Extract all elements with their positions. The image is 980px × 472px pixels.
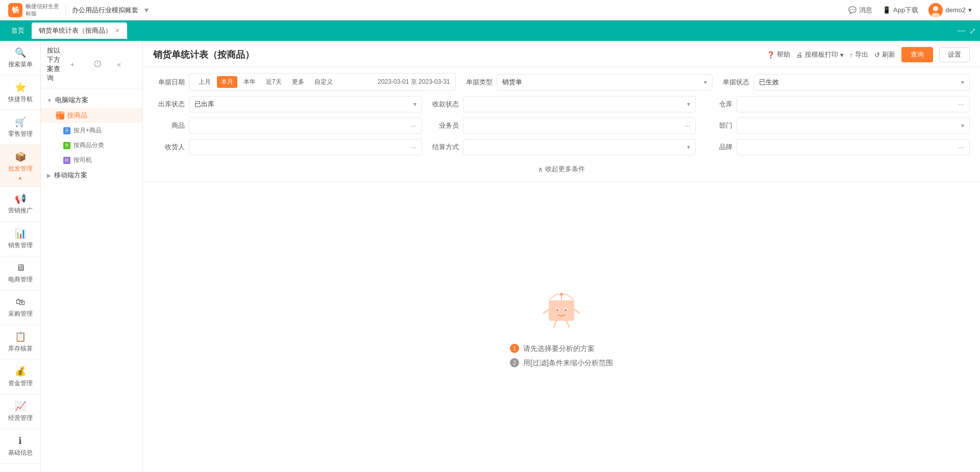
tab-close-icon[interactable]: ✕ <box>115 27 120 34</box>
date-btn-7days[interactable]: 近7天 <box>262 76 286 88</box>
tree-item-by-category[interactable]: 类 按商品分类 <box>41 138 142 153</box>
help-icon: ❓ <box>767 51 775 59</box>
right-content: 销货单统计表（按商品） ❓ 帮助 🖨 按模板打印 ▾ ↑ 导出 <box>143 41 980 472</box>
query-button[interactable]: 查询 <box>901 47 933 62</box>
sidebar-item-marketing[interactable]: 📢 营销推广 <box>0 187 40 222</box>
receipt-chevron-icon: ▾ <box>687 101 690 108</box>
search-icon: 🔍 <box>15 47 26 58</box>
tree-arrow-mobile: ▶ <box>47 173 51 178</box>
print-button[interactable]: 🖨 按模板打印 ▾ <box>796 50 844 59</box>
staff-filter-control[interactable]: ··· <box>463 117 696 134</box>
goods-dots-icon[interactable]: ··· <box>410 122 416 130</box>
tree-group-pc-header[interactable]: ▼ 电脑端方案 <box>41 92 142 108</box>
page-header: 销货单统计表（按商品） ❓ 帮助 🖨 按模板打印 ▾ ↑ 导出 <box>143 41 980 67</box>
warehouse-filter-control[interactable]: ··· <box>737 96 970 112</box>
stock-filter-field: 出库状态 已出库 ▾ <box>153 96 422 112</box>
tree-group-mobile: ▶ 移动端方案 <box>41 168 142 183</box>
date-btn-year[interactable]: 本年 <box>239 76 260 88</box>
date-btn-prev-month[interactable]: 上月 <box>194 76 215 88</box>
sidebar-item-operations[interactable]: 📈 经营管理 <box>0 394 40 429</box>
sidebar-item-retail[interactable]: 🛒 零售管理 <box>0 110 40 145</box>
status-filter-field: 单据状态 已生效 ▾ <box>718 74 970 90</box>
collapse-arrow-icon: ∧ <box>538 166 543 173</box>
warehouse-dots-icon[interactable]: ··· <box>958 100 964 108</box>
status-filter-control[interactable]: 已生效 ▾ <box>753 74 970 90</box>
tab-sales-stats[interactable]: 销货单统计表（按商品） ✕ <box>32 22 127 39</box>
receipt-filter-control[interactable]: ▾ <box>463 96 696 112</box>
marketing-icon: 📢 <box>15 193 26 204</box>
date-filter-control[interactable]: 上月 本月 本年 近7天 更多 自定义 2023-03-01 至 2023-03… <box>189 73 456 91</box>
date-range-text: 2023-03-01 至 2023-03-31 <box>378 78 450 86</box>
payment-filter-control[interactable]: ▾ <box>463 139 696 155</box>
sidebar-item-finance[interactable]: 💰 资金管理 <box>0 360 40 394</box>
add-scheme-button[interactable]: + <box>70 60 90 68</box>
app-icon: 📱 <box>883 6 891 14</box>
brand-dots-icon[interactable]: ··· <box>958 143 964 151</box>
purchase-icon: 🛍 <box>16 297 25 308</box>
sidebar-item-system[interactable]: ⚙ 系统管理 <box>0 464 40 472</box>
tree-group-mobile-header[interactable]: ▶ 移动端方案 <box>41 168 142 183</box>
page-title: 销货单统计表（按商品） <box>153 49 254 61</box>
sidebar-item-wholesale[interactable]: 📦 批发管理 ▲ <box>0 145 40 187</box>
info-icon: ℹ <box>18 435 22 446</box>
date-btn-custom[interactable]: 自定义 <box>310 76 337 88</box>
export-icon: ↑ <box>850 51 853 59</box>
svg-point-10 <box>565 309 567 311</box>
minimize-icon[interactable]: — <box>957 26 965 35</box>
help-button[interactable]: ❓ 帮助 <box>767 50 790 59</box>
refresh-icon: ↺ <box>874 51 880 59</box>
collapse-panel-button[interactable]: « <box>117 60 136 68</box>
date-label: 单据日期 <box>153 78 189 87</box>
stock-label: 出库状态 <box>153 100 189 109</box>
tree-group-pc: ▼ 电脑端方案 按商品 按商品 月 按月+商品 类 按商品分类 <box>41 92 142 168</box>
sidebar-item-purchase[interactable]: 🛍 采购管理 <box>0 291 40 325</box>
payment-filter-field: 结算方式 ▾ <box>427 139 696 155</box>
warehouse-label: 仓库 <box>701 100 737 109</box>
dept-filter-control[interactable]: ▾ <box>737 117 970 134</box>
topbar-left: 畅 畅捷信好生意 标版 办公用品行业模拟账套 ▾ <box>8 3 149 17</box>
tree-item-by-month-goods[interactable]: 月 按月+商品 <box>41 123 142 138</box>
sidebar-item-search[interactable]: 🔍 搜索菜单 <box>0 41 40 76</box>
receiver-filter-control[interactable]: ··· <box>189 139 422 155</box>
settings-button[interactable]: 设置 <box>939 47 970 62</box>
tree-item-by-goods[interactable]: 按商品 按商品 <box>41 108 142 123</box>
sidebar-item-ecommerce[interactable]: 🖥 电商管理 <box>0 256 40 291</box>
by-month-icon: 月 <box>63 127 70 134</box>
sidebar-item-basic-info[interactable]: ℹ 基础信息 <box>0 429 40 464</box>
message-button[interactable]: 💬 消息 <box>848 6 872 15</box>
status-chevron-icon: ▾ <box>961 79 964 86</box>
collapse-filters-button[interactable]: ∧ 收起更多条件 <box>153 160 970 176</box>
operations-icon: 📈 <box>15 400 26 412</box>
goods-filter-control[interactable]: ··· <box>189 117 422 134</box>
export-button[interactable]: ↑ 导出 <box>850 50 869 59</box>
receipt-label: 收款状态 <box>427 100 463 109</box>
sales-icon: 📊 <box>15 228 26 239</box>
stock-filter-control[interactable]: 已出库 ▾ <box>189 96 422 112</box>
user-menu[interactable]: demo2 ▾ <box>928 3 972 17</box>
staff-dots-icon[interactable]: ··· <box>684 122 691 130</box>
tab-home[interactable]: 首页 <box>4 22 32 39</box>
edit-scheme-button[interactable] <box>94 60 113 69</box>
sidebar-item-inventory[interactable]: 📋 库存核算 <box>0 325 40 360</box>
print-dropdown-icon[interactable]: ▾ <box>840 51 844 59</box>
tree-item-by-driver[interactable]: 机 按司机 <box>41 153 142 168</box>
sidebar: 🔍 搜索菜单 ⭐ 快捷导航 🛒 零售管理 📦 批发管理 ▲ 📢 营销推广 📊 销… <box>0 41 41 472</box>
date-btn-current-month[interactable]: 本月 <box>217 76 237 88</box>
receiver-dots-icon[interactable]: ··· <box>410 143 416 151</box>
dropdown-icon[interactable]: ▾ <box>144 5 149 15</box>
tree-arrow-pc: ▼ <box>47 98 52 103</box>
star-icon: ⭐ <box>15 82 26 93</box>
date-btn-more[interactable]: 更多 <box>288 76 308 88</box>
app-download-button[interactable]: 📱 App下载 <box>883 6 918 15</box>
message-icon: 💬 <box>848 6 856 14</box>
sidebar-item-sales[interactable]: 📊 销售管理 <box>0 222 40 256</box>
tabbar: 首页 销货单统计表（按商品） ✕ — ⤢ <box>0 20 980 41</box>
type-filter-control[interactable]: 销货单 ▾ <box>497 74 713 90</box>
gear-icon: ⚙ <box>16 470 24 472</box>
svg-line-13 <box>544 310 549 313</box>
brand-filter-control[interactable]: ··· <box>737 139 970 155</box>
sidebar-item-quick-nav[interactable]: ⭐ 快捷导航 <box>0 76 40 110</box>
refresh-button[interactable]: ↺ 刷新 <box>874 50 895 59</box>
maximize-icon[interactable]: ⤢ <box>969 26 976 36</box>
logo-area: 畅 畅捷信好生意 标版 <box>8 3 59 17</box>
